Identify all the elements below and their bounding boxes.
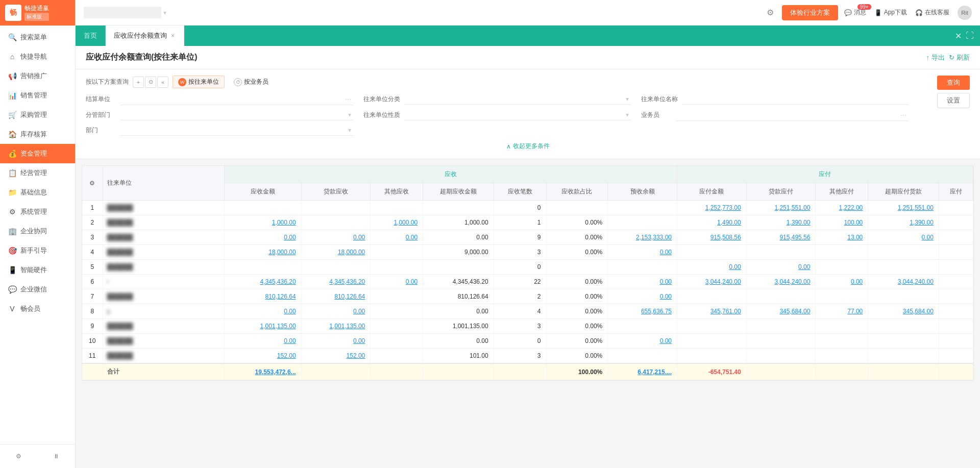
tab-home[interactable]: 首页 bbox=[76, 26, 106, 46]
ar-prepaid-4[interactable] bbox=[608, 260, 677, 275]
scheme-by-staff[interactable]: ⏱ 按业务员 bbox=[229, 76, 274, 88]
ap-other-6[interactable] bbox=[816, 289, 868, 304]
ap-loan-6[interactable] bbox=[746, 289, 816, 304]
sidebar-item-purchase[interactable]: 🛒采购管理 bbox=[0, 105, 75, 125]
ar-loan-3[interactable]: 18,000.00 bbox=[301, 245, 371, 260]
ap-amount-0[interactable]: 1,252,773.00 bbox=[677, 201, 746, 215]
ar-other-9[interactable] bbox=[371, 334, 423, 349]
ap-overdue-1[interactable]: 1,390.00 bbox=[868, 215, 939, 230]
ap-loan-0[interactable]: 1,251,551.00 bbox=[746, 201, 816, 215]
tab-close-icon[interactable]: ✕ bbox=[955, 31, 962, 41]
ar-prepaid-7[interactable]: 655,636.75 bbox=[608, 304, 677, 319]
ap-overdue-10[interactable] bbox=[868, 349, 939, 364]
partner-nature-input[interactable] bbox=[406, 111, 626, 118]
scheme-edit-btn[interactable]: ⊙ bbox=[145, 77, 156, 88]
ar-amount-6[interactable]: 810,126.64 bbox=[224, 289, 301, 304]
sidebar-item-basic-info[interactable]: 📁基础信息 bbox=[0, 183, 75, 202]
ap-amount-7[interactable]: 345,761.00 bbox=[677, 304, 746, 319]
ap-loan-5[interactable]: 3,044,240.00 bbox=[746, 275, 816, 289]
ar-amount-9[interactable]: 0.00 bbox=[224, 334, 301, 349]
ar-prepaid-6[interactable]: 0.00 bbox=[608, 289, 677, 304]
total-ar-prepaid[interactable]: 6,417,215.... bbox=[608, 363, 677, 380]
ap-other-4[interactable] bbox=[816, 260, 868, 275]
app-download-btn[interactable]: 📱 App下载 bbox=[874, 8, 907, 17]
sidebar-item-search-menu[interactable]: 🔍搜索菜单 bbox=[0, 28, 75, 47]
ar-other-2[interactable]: 0.00 bbox=[371, 230, 423, 245]
ap-other-10[interactable] bbox=[816, 349, 868, 364]
user-avatar[interactable]: Rit bbox=[958, 6, 972, 20]
sidebar-item-operations[interactable]: 📋经营管理 bbox=[0, 163, 75, 183]
partner-name-input[interactable] bbox=[684, 95, 906, 103]
ar-amount-8[interactable]: 1,001,135.00 bbox=[224, 319, 301, 334]
ar-prepaid-5[interactable]: 0.00 bbox=[608, 275, 677, 289]
ap-loan-2[interactable]: 915,495.56 bbox=[746, 230, 816, 245]
settlement-unit-input[interactable] bbox=[122, 95, 345, 103]
ar-amount-3[interactable]: 18,000.00 bbox=[224, 245, 301, 260]
ap-amount-9[interactable] bbox=[677, 334, 746, 349]
partner-name-field[interactable] bbox=[682, 94, 909, 105]
ap-loan-7[interactable]: 345,684.00 bbox=[746, 304, 816, 319]
ar-loan-5[interactable]: 4,345,436.20 bbox=[301, 275, 371, 289]
ar-prepaid-1[interactable] bbox=[608, 215, 677, 230]
ar-loan-1[interactable] bbox=[301, 215, 371, 230]
ar-amount-1[interactable]: 1,000.00 bbox=[224, 215, 301, 230]
ar-prepaid-10[interactable] bbox=[608, 349, 677, 364]
ap-overdue-3[interactable] bbox=[868, 245, 939, 260]
ap-overdue-9[interactable] bbox=[868, 334, 939, 349]
partner-category-input[interactable] bbox=[406, 95, 626, 103]
ap-other-1[interactable]: 100.00 bbox=[816, 215, 868, 230]
ar-loan-6[interactable]: 810,126.64 bbox=[301, 289, 371, 304]
ap-other-7[interactable]: 77.00 bbox=[816, 304, 868, 319]
settings-btn[interactable]: 设置 bbox=[937, 93, 970, 108]
tab-ar-ap-query[interactable]: 应收应付余额查询 × bbox=[106, 26, 184, 46]
settlement-unit-field[interactable]: ··· bbox=[120, 93, 353, 105]
ap-other-2[interactable]: 13.00 bbox=[816, 230, 868, 245]
ar-other-7[interactable] bbox=[371, 304, 423, 319]
promo-button[interactable]: 体验行业方案 bbox=[782, 5, 838, 20]
ar-other-1[interactable]: 1,000.00 bbox=[371, 215, 423, 230]
ar-other-3[interactable] bbox=[371, 245, 423, 260]
ar-amount-4[interactable] bbox=[224, 260, 301, 275]
table-settings-col[interactable]: ⚙ bbox=[82, 166, 103, 201]
scheme-add-btn[interactable]: + bbox=[133, 77, 144, 88]
total-ar-amount[interactable]: 19,553,472,6... bbox=[224, 363, 301, 380]
department-field[interactable]: ▾ bbox=[120, 125, 353, 136]
department-input[interactable] bbox=[122, 127, 348, 134]
dept-head-field[interactable]: ▾ bbox=[120, 110, 353, 120]
ar-loan-10[interactable]: 152.00 bbox=[301, 349, 371, 364]
ar-prepaid-9[interactable]: 0.00 bbox=[608, 334, 677, 349]
ar-amount-10[interactable]: 152.00 bbox=[224, 349, 301, 364]
ap-other-5[interactable]: 0.00 bbox=[816, 275, 868, 289]
sidebar-item-sales[interactable]: 📊销售管理 bbox=[0, 86, 75, 105]
ap-overdue-0[interactable]: 1,251,551.00 bbox=[868, 201, 939, 215]
sidebar-collapse-btn[interactable]: ⏸ bbox=[38, 449, 76, 464]
ar-prepaid-2[interactable]: 2,153,333.00 bbox=[608, 230, 677, 245]
sidebar-item-enterprise-wechat[interactable]: 💬企业微信 bbox=[0, 280, 75, 299]
ar-prepaid-8[interactable] bbox=[608, 319, 677, 334]
ap-loan-1[interactable]: 1,390.00 bbox=[746, 215, 816, 230]
tab-close-btn[interactable]: × bbox=[170, 31, 176, 40]
topbar-gear-icon[interactable]: ⚙ bbox=[765, 6, 776, 19]
sidebar-item-finance[interactable]: 💰资金管理 bbox=[0, 144, 75, 163]
ap-overdue-5[interactable]: 3,044,240.00 bbox=[868, 275, 939, 289]
ar-loan-8[interactable]: 1,001,135.00 bbox=[301, 319, 371, 334]
ar-other-4[interactable] bbox=[371, 260, 423, 275]
tab-expand-icon[interactable]: ⛶ bbox=[966, 31, 974, 40]
ap-amount-2[interactable]: 915,508.56 bbox=[677, 230, 746, 245]
ap-overdue-4[interactable] bbox=[868, 260, 939, 275]
ar-other-5[interactable]: 0.00 bbox=[371, 275, 423, 289]
message-btn[interactable]: 💬 消息 99+ bbox=[844, 8, 866, 17]
ap-overdue-8[interactable] bbox=[868, 319, 939, 334]
scheme-by-partner[interactable]: W 按往来单位 bbox=[173, 76, 225, 88]
refresh-btn[interactable]: ↻ 刷新 bbox=[949, 53, 970, 62]
sidebar-item-enterprise-coop[interactable]: 🏢企业协同 bbox=[0, 221, 75, 241]
ap-amount-10[interactable] bbox=[677, 349, 746, 364]
ar-loan-2[interactable]: 0.00 bbox=[301, 230, 371, 245]
ap-overdue-6[interactable] bbox=[868, 289, 939, 304]
ap-loan-4[interactable]: 0.00 bbox=[746, 260, 816, 275]
ar-other-6[interactable] bbox=[371, 289, 423, 304]
ap-loan-3[interactable] bbox=[746, 245, 816, 260]
dept-head-input[interactable] bbox=[122, 111, 348, 118]
ap-loan-10[interactable] bbox=[746, 349, 816, 364]
online-service-btn[interactable]: 🎧 在线客服 bbox=[915, 8, 949, 17]
